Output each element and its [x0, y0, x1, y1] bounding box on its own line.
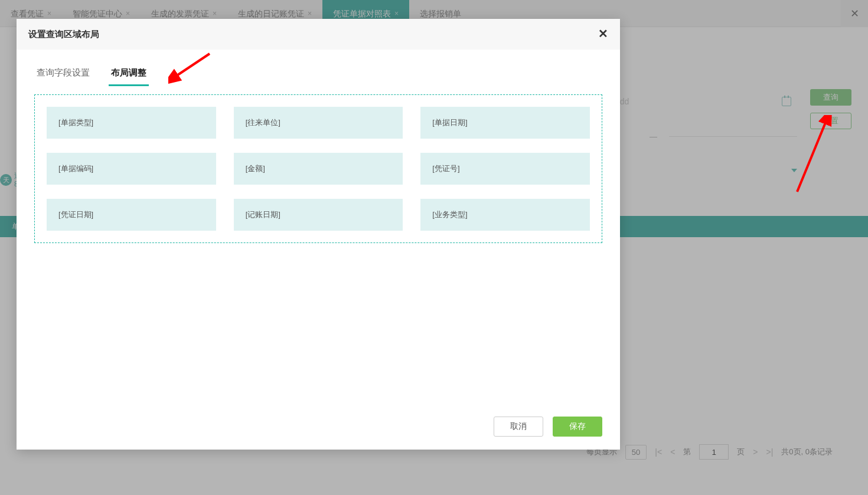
- modal-close-button[interactable]: ✕: [594, 25, 612, 42]
- modal-footer: 取消 保存: [17, 406, 620, 450]
- modal-tab-layout[interactable]: 布局调整: [109, 61, 149, 86]
- modal-tab-fields[interactable]: 查询字段设置: [34, 61, 92, 86]
- tile-label: [单据类型]: [58, 117, 93, 128]
- layout-tile[interactable]: [往来单位]: [234, 107, 403, 139]
- save-button-label: 保存: [569, 421, 586, 432]
- layout-tile[interactable]: [业务类型]: [420, 199, 590, 231]
- modal-tab-label: 查询字段设置: [37, 67, 90, 77]
- modal-tabs: 查询字段设置 布局调整: [17, 50, 620, 86]
- layout-tile[interactable]: [记账日期]: [234, 199, 403, 231]
- cancel-button[interactable]: 取消: [494, 417, 543, 437]
- layout-tile[interactable]: [金额]: [234, 153, 403, 185]
- layout-grid: [单据类型] [往来单位] [单据日期] [单据编码] [金额] [凭证号] […: [47, 107, 590, 231]
- layout-tile[interactable]: [单据类型]: [47, 107, 216, 139]
- save-button[interactable]: 保存: [553, 417, 602, 437]
- tile-label: [金额]: [246, 163, 265, 174]
- modal-header: 设置查询区域布局 ✕: [17, 19, 620, 50]
- tile-label: [凭证日期]: [58, 209, 93, 220]
- tile-label: [凭证号]: [432, 163, 459, 174]
- layout-tile[interactable]: [单据编码]: [47, 153, 216, 185]
- tile-label: [单据日期]: [432, 117, 467, 128]
- cancel-button-label: 取消: [510, 421, 527, 432]
- layout-tile[interactable]: [凭证号]: [420, 153, 590, 185]
- tile-label: [记账日期]: [246, 209, 280, 220]
- layout-tile[interactable]: [单据日期]: [420, 107, 590, 139]
- tile-label: [单据编码]: [58, 163, 93, 174]
- layout-tile[interactable]: [凭证日期]: [47, 199, 216, 231]
- close-icon: ✕: [598, 27, 608, 41]
- tile-label: [业务类型]: [432, 209, 467, 220]
- layout-settings-modal: 设置查询区域布局 ✕ 查询字段设置 布局调整 [单据类型] [往来单位] [单据…: [17, 19, 620, 450]
- tile-label: [往来单位]: [246, 117, 280, 128]
- modal-title: 设置查询区域布局: [28, 29, 99, 40]
- modal-tab-label: 布局调整: [111, 67, 146, 77]
- layout-drop-area[interactable]: [单据类型] [往来单位] [单据日期] [单据编码] [金额] [凭证号] […: [34, 94, 602, 243]
